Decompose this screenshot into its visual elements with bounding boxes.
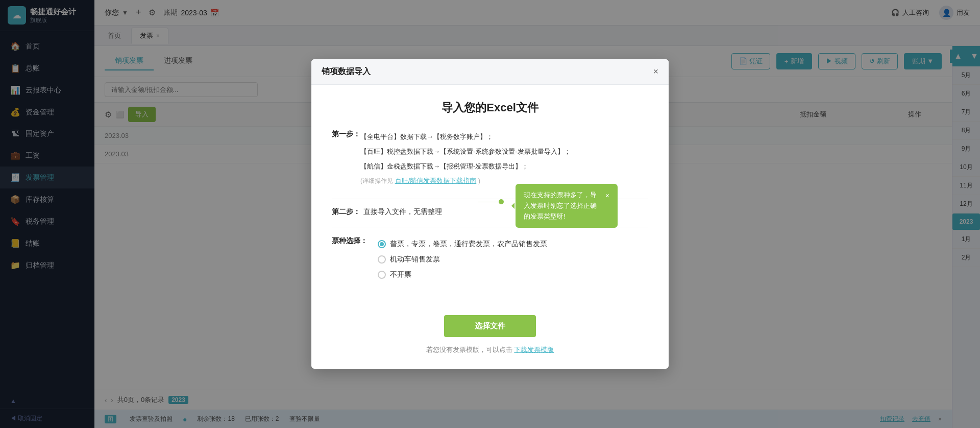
- radio-car[interactable]: 机动车销售发票: [378, 255, 547, 264]
- download-template-link[interactable]: 下载发票模版: [514, 346, 554, 353]
- tooltip-close-btn[interactable]: ×: [605, 190, 609, 201]
- select-file-btn[interactable]: 选择文件: [444, 315, 536, 337]
- modal-overlay: 销项数据导入 × 导入您的Excel文件 第一步： 【全电平台】数据下载→【税务…: [0, 0, 980, 428]
- step1-line3: 【航信】金税盘数据下载→【报税管理-发票数据导出】；: [360, 159, 571, 174]
- radio-none[interactable]: 不开票: [378, 270, 547, 279]
- radio-normal-label: 普票，专票，卷票，通行费发票，农产品销售发票: [390, 240, 547, 249]
- radio-car-label: 机动车销售发票: [390, 255, 440, 264]
- tooltip-popup: × 现在支持的票种多了，导入发票时别忘了选择正确的发票类型呀!: [516, 184, 618, 228]
- modal-bottom-tip: 若您没有发票模版，可以点击 下载发票模版: [332, 345, 648, 354]
- radio-normal-circle: [378, 240, 386, 248]
- ticket-label: 票种选择：: [332, 236, 368, 246]
- step1-link[interactable]: 百旺/航信发票数据下载指南: [395, 177, 477, 184]
- step1-link-suffix: ): [478, 177, 480, 184]
- tooltip-text: 现在支持的票种多了，导入发票时别忘了选择正确的发票类型呀!: [524, 190, 609, 222]
- select-file-label: 选择文件: [475, 321, 505, 330]
- step1-line2: 【百旺】税控盘数据下载→【系统设置-系统参数设置-发票批量导入】；: [360, 145, 571, 159]
- step1-line1: 【全电平台】数据下载→【税务数字账户】；: [360, 130, 571, 145]
- modal-step1: 第一步： 【全电平台】数据下载→【税务数字账户】； 【百旺】税控盘数据下载→【系…: [332, 130, 648, 188]
- radio-car-circle: [378, 255, 386, 264]
- step1-label: 第一步：: [332, 130, 360, 139]
- modal-header: 销项数据导入 ×: [311, 59, 669, 85]
- step2-text: 直接导入文件，无需整理: [363, 207, 442, 217]
- tooltip-indicator-line: [478, 202, 499, 202]
- step2-label: 第二步：: [332, 207, 360, 217]
- modal-main-title: 导入您的Excel文件: [332, 100, 648, 115]
- modal-footer: 选择文件 若您没有发票模版，可以点击 下载发票模版: [311, 305, 669, 369]
- radio-group: 普票，专票，卷票，通行费发票，农产品销售发票 机动车销售发票 不开票: [368, 240, 547, 279]
- modal-ticket-type: 票种选择： 普票，专票，卷票，通行费发票，农产品销售发票 机动车销售发票: [332, 235, 648, 279]
- bottom-tip-text: 若您没有发票模版，可以点击: [426, 346, 512, 353]
- radio-normal[interactable]: 普票，专票，卷票，通行费发票，农产品销售发票: [378, 240, 547, 249]
- radio-none-label: 不开票: [390, 270, 411, 279]
- step1-link-prefix: (详细操作见: [360, 177, 393, 184]
- modal-title: 销项数据导入: [322, 66, 371, 77]
- tooltip-indicator-dot: [499, 199, 504, 204]
- modal-close-btn[interactable]: ×: [653, 66, 658, 77]
- radio-none-circle: [378, 271, 386, 279]
